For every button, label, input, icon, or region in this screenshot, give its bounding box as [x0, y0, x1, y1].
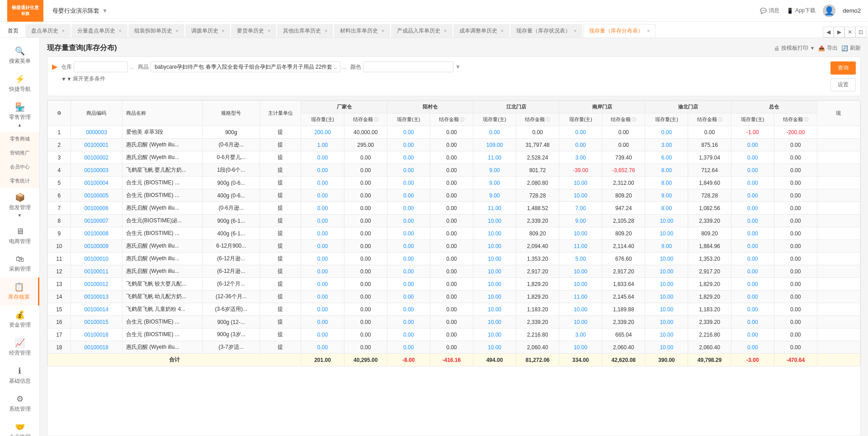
- sidebar-item-system[interactable]: ⚙ 系统管理: [0, 389, 39, 417]
- sidebar-item-inventory[interactable]: 📋 库存核算: [0, 277, 39, 305]
- cell-t-amt: 0.00: [774, 177, 817, 189]
- cell-c5-qty: 10.00: [645, 227, 688, 240]
- tab-10-close[interactable]: ×: [574, 28, 577, 33]
- tab-2-close[interactable]: ×: [119, 28, 122, 33]
- tab-4[interactable]: 调拨单历史 ×: [185, 24, 231, 38]
- expand-btn[interactable]: ▼▼ 展开更多条件: [61, 75, 827, 83]
- tab-active-close[interactable]: ×: [647, 28, 650, 33]
- cell-c3-qty: 10.00: [473, 215, 516, 227]
- cell-c1-qty: 0.00: [301, 164, 344, 177]
- sidebar-system-label: 系统管理: [9, 405, 31, 413]
- tab-2[interactable]: 分量盘点单历史 ×: [71, 24, 127, 38]
- settings-icon[interactable]: ⚙: [57, 110, 61, 116]
- tab-7-close[interactable]: ×: [382, 28, 384, 33]
- cell-t-amt: 0.00: [774, 164, 817, 177]
- sidebar-sub-member[interactable]: 会员中心: [0, 160, 39, 174]
- sidebar-sub-stats[interactable]: 零售统计: [0, 174, 39, 188]
- cell-spec: (6-12月逊...: [203, 265, 260, 278]
- tab-home[interactable]: 首页: [2, 24, 24, 38]
- tab-6-close[interactable]: ×: [325, 28, 327, 33]
- tab-6[interactable]: 其他出库单历史 ×: [277, 24, 333, 38]
- tab-9[interactable]: 成本调整单历史 ×: [453, 24, 509, 38]
- tab-5-close[interactable]: ×: [268, 28, 270, 33]
- filter-toggle-arrow[interactable]: ▶: [52, 62, 57, 71]
- tab-3-close[interactable]: ×: [176, 28, 179, 33]
- cell-unit: 提: [260, 189, 301, 202]
- message-btn[interactable]: 💬 消息: [760, 7, 779, 14]
- cell-current: [817, 189, 860, 202]
- summary-t-amt: -470.64: [774, 354, 817, 366]
- cell-code: 00100003: [71, 164, 122, 177]
- cell-c5-amt: 1,884.96: [688, 240, 731, 253]
- cell-c4-qty: 0.00: [559, 139, 602, 151]
- query-button[interactable]: 查询: [830, 61, 856, 75]
- c1-amt-info[interactable]: ⓘ: [374, 117, 378, 122]
- c3-amt-info[interactable]: ⓘ: [546, 117, 550, 122]
- tab-active[interactable]: 现存量（库存分布表） ×: [583, 24, 656, 38]
- sidebar-item-retail[interactable]: 🏪 零售管理 ▲: [0, 98, 39, 132]
- cell-c1-amt: 0.00: [344, 278, 387, 291]
- export-btn[interactable]: 📤 导出: [818, 44, 838, 52]
- tab-1-close[interactable]: ×: [62, 28, 65, 33]
- tab-close-btn[interactable]: ✕: [844, 27, 855, 38]
- tab-10[interactable]: 现存量（库存状况表） ×: [510, 24, 583, 38]
- cell-c5-qty: 10.00: [645, 265, 688, 278]
- sidebar-item-collab[interactable]: 🤝 企业协同: [0, 417, 39, 436]
- tab-expand-btn[interactable]: ⊡: [855, 27, 866, 38]
- c5-amt-info[interactable]: ⓘ: [718, 117, 722, 122]
- sidebar-item-base[interactable]: ℹ 基础信息: [0, 361, 39, 389]
- app-download-btn[interactable]: 📱 App下载: [787, 7, 816, 14]
- sidebar-item-purchase[interactable]: 🛍 采购管理: [0, 250, 39, 277]
- system-selector[interactable]: 母婴行业演示陈套 ▼: [52, 7, 108, 15]
- cell-c4-amt: 665.04: [602, 328, 645, 341]
- cell-c3-qty: 9.00: [473, 164, 516, 177]
- tab-4-close[interactable]: ×: [222, 28, 225, 33]
- tab-3[interactable]: 组装拆卸单历史 ×: [128, 24, 184, 38]
- c4-amt-info[interactable]: ⓘ: [632, 117, 636, 122]
- sidebar-item-ecommerce[interactable]: 🖥 电商管理: [0, 222, 39, 250]
- sidebar-item-operations[interactable]: 📈 经营管理: [0, 333, 39, 361]
- refresh-btn[interactable]: 🔄 刷新: [841, 44, 861, 52]
- cell-code: 00100004: [71, 177, 122, 189]
- tab-7[interactable]: 材料出库单历史 ×: [334, 24, 390, 38]
- tab-8-close[interactable]: ×: [444, 28, 447, 33]
- warehouse-dots[interactable]: ...: [130, 64, 134, 70]
- cell-c5-qty: 8.00: [645, 164, 688, 177]
- cell-c3-amt: 809.20: [516, 227, 559, 240]
- warehouse-input[interactable]: [74, 61, 128, 72]
- retail-arrow-icon: ▲: [18, 122, 22, 127]
- tab-5[interactable]: 要货单历史 ×: [231, 24, 276, 38]
- sidebar-item-nav[interactable]: ⚡ 快捷导航: [0, 70, 39, 98]
- tab-1-label: 盘点单历史: [31, 27, 58, 35]
- cell-c4-qty: 10.00: [559, 177, 602, 189]
- filter-arrow-col: ▶: [52, 61, 61, 71]
- cell-c2-qty: 0.00: [387, 291, 430, 303]
- goods-dots[interactable]: ...: [342, 64, 347, 70]
- sidebar-item-wholesale[interactable]: 📦 批发管理 ▼: [0, 188, 39, 222]
- tab-next-btn[interactable]: ▶: [834, 27, 844, 38]
- avatar[interactable]: 👤: [823, 5, 835, 17]
- color-dropdown-icon[interactable]: ▼: [455, 64, 461, 70]
- c2-amt-info[interactable]: ⓘ: [460, 117, 464, 122]
- sidebar-item-search[interactable]: 🔍 搜索英单: [0, 42, 39, 70]
- tab-1[interactable]: 盘点单历史 ×: [25, 24, 71, 38]
- collab-icon: 🤝: [15, 422, 25, 432]
- cell-c1-qty: 0.00: [301, 278, 344, 291]
- color-input[interactable]: [363, 61, 453, 72]
- cell-c1-qty: 0.00: [301, 253, 344, 265]
- goods-input[interactable]: [151, 61, 340, 72]
- tab-9-close[interactable]: ×: [501, 28, 504, 33]
- set-button[interactable]: 设置: [830, 78, 856, 91]
- print-btn[interactable]: 🖨 按模板打印 ▼: [774, 44, 815, 52]
- t-amt-info[interactable]: ⓘ: [804, 117, 808, 122]
- cell-c3-qty: 10.00: [473, 341, 516, 354]
- cell-c1-amt: 295.00: [344, 139, 387, 151]
- sidebar-sub-marketing[interactable]: 营销推广: [0, 146, 39, 160]
- summary-row: 合计 201.00 40,295.00 -8.00 -416.16 494.00…: [48, 354, 860, 366]
- tab-prev-btn[interactable]: ◀: [823, 27, 834, 38]
- tab-8[interactable]: 产成品入库单历史 ×: [391, 24, 453, 38]
- sidebar-item-finance[interactable]: 💰 资金管理: [0, 305, 39, 333]
- sidebar-sub-shop[interactable]: 零售商城: [0, 132, 39, 146]
- cell-no: 14: [48, 291, 71, 303]
- cell-current: [817, 291, 860, 303]
